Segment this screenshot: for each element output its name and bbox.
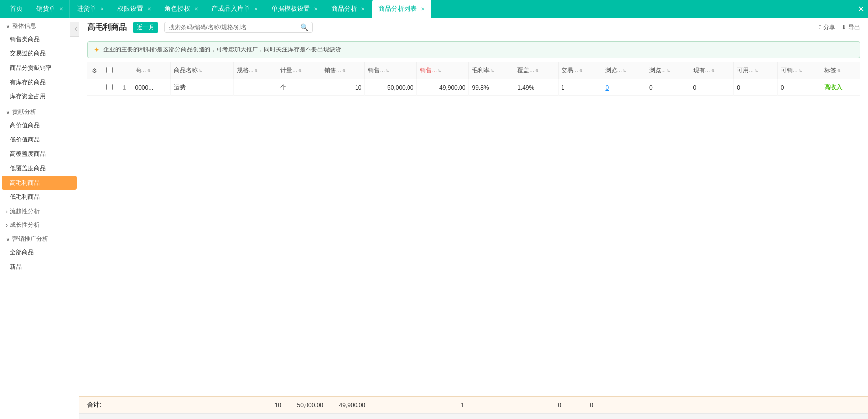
col-trade[interactable]: 交易...⇅ [558,62,602,79]
col-tag[interactable]: 标签⇅ [821,62,860,79]
col-browse1[interactable]: 浏览...⇅ [602,62,646,79]
search-input[interactable] [169,24,300,31]
close-icon[interactable]: ✕ [254,6,258,12]
info-icon: ✦ [94,46,100,54]
col-cover[interactable]: 覆盖...⇅ [514,62,559,79]
tab-role-auth[interactable]: 角色授权 ✕ [158,0,204,18]
chevron-down-icon: ∨ [6,236,10,243]
sidebar-group-growth[interactable]: › 成长性分析 [0,218,79,231]
cell-unit: 个 [277,79,321,96]
tab-permissions[interactable]: 权限设置 ✕ [111,0,157,18]
tab-product-analysis[interactable]: 商品分析 ✕ [325,0,371,18]
cell-sales-profit: 49,900.00 [417,79,469,96]
col-browse2[interactable]: 浏览...⇅ [646,62,690,79]
col-name[interactable]: 商品名称⇅ [171,62,234,79]
close-icon[interactable]: ✕ [314,6,318,12]
tab-template-settings[interactable]: 单据模板设置 ✕ [265,0,324,18]
sidebar-item-all-goods[interactable]: 全部商品 [0,245,79,260]
close-icon[interactable]: ✕ [59,6,63,12]
tab-sales-order[interactable]: 销货单 ✕ [30,0,70,18]
tab-product-warehouse[interactable]: 产成品入库单 ✕ [205,0,264,18]
sidebar-item-sales-goods[interactable]: 销售类商品 [0,32,79,47]
col-sales-profit[interactable]: 销售...⇅ [417,62,469,79]
sidebar-item-new-goods[interactable]: 新品 [0,260,79,274]
close-all-tabs-icon[interactable]: ✕ [858,4,864,14]
footer-empty10 [596,402,628,409]
main-layout: 《 ∨ 整体信息 销售类商品 交易过的商品 商品分贡献销率 有库存的商品 库存资… [0,18,868,419]
sidebar-item-goods-contribution[interactable]: 商品分贡献销率 [0,61,79,75]
close-icon[interactable]: ✕ [100,6,104,12]
col-settings[interactable]: ⚙ [87,62,102,79]
close-icon[interactable]: ✕ [421,6,425,12]
close-icon[interactable]: ✕ [194,6,198,12]
top-nav: 首页 销货单 ✕ 进货单 ✕ 权限设置 ✕ 角色授权 ✕ 产成品入库单 ✕ 单据… [0,0,868,18]
sidebar-item-low-value[interactable]: 低价值商品 [0,133,79,147]
col-available-stock[interactable]: 可用...⇅ [734,62,778,79]
bottom-scrollbar[interactable] [79,413,868,419]
sidebar-group-overall[interactable]: ∨ 整体信息 [0,18,79,32]
col-gross-rate[interactable]: 毛利率⇅ [469,62,514,79]
sidebar-item-stock-fund[interactable]: 库存资金占用 [0,90,79,104]
tab-home[interactable]: 首页 [4,0,29,18]
footer-empty9 [500,402,532,409]
tab-purchase-order[interactable]: 进货单 ✕ [71,0,110,18]
sidebar-group-contribution[interactable]: ∨ 贡献分析 [0,104,79,118]
chevron-down-icon: ∨ [6,23,10,30]
cell-cover: 1.49% [514,79,559,96]
footer-available-stock: 0 [564,402,596,409]
time-filter-button[interactable]: 近一月 [133,22,158,33]
select-all-checkbox[interactable] [106,67,113,73]
search-icon[interactable]: 🔍 [300,23,308,31]
data-table: ⚙ 商...⇅ 商品名称⇅ 规格...⇅ 计量...⇅ 销售...⇅ 销售...… [87,62,860,96]
cell-available-stock: 0 [734,79,778,96]
sidebar-collapse-button[interactable]: 《 [70,22,79,37]
sidebar-group-marketing[interactable]: ∨ 营销推广分析 [0,231,79,245]
footer-empty8 [467,402,500,409]
cell-browse1[interactable]: 0 [602,79,646,96]
close-icon[interactable]: ✕ [147,6,151,12]
footer-empty5 [215,402,250,409]
footer-empty4 [175,402,215,409]
cell-gross-rate: 99.8% [469,79,514,96]
footer-values: 10 50,000.00 49,900.00 1 0 0 [111,402,860,409]
search-box: 🔍 [164,22,313,33]
col-spec[interactable]: 规格...⇅ [233,62,277,79]
sidebar-item-stock-goods[interactable]: 有库存的商品 [0,75,79,90]
table-row: 1 0000... 运费 个 10 50,000.00 49,900.00 99… [87,79,860,96]
close-icon[interactable]: ✕ [361,6,365,12]
col-saleable-stock[interactable]: 可销...⇅ [777,62,821,79]
export-button[interactable]: ⬇ 导出 [841,23,860,32]
chevron-right-icon: › [6,208,8,215]
footer-trade: 1 [435,402,467,409]
footer-sales-profit: 49,900.00 [326,402,368,409]
footer-sales-amount: 50,000.00 [284,402,326,409]
cell-sales-qty: 10 [321,79,365,96]
footer-empty2 [126,402,141,409]
sidebar-item-high-coverage[interactable]: 高覆盖度商品 [0,147,79,161]
sidebar-item-traded-goods[interactable]: 交易过的商品 [0,47,79,61]
col-code[interactable]: 商...⇅ [132,62,171,79]
table-header-row: ⚙ 商...⇅ 商品名称⇅ 规格...⇅ 计量...⇅ 销售...⇅ 销售...… [87,62,860,79]
sidebar-group-trend[interactable]: › 流趋性分析 [0,204,79,218]
sidebar: 《 ∨ 整体信息 销售类商品 交易过的商品 商品分贡献销率 有库存的商品 库存资… [0,18,79,419]
footer-empty1 [111,402,126,409]
cell-trade: 1 [558,79,602,96]
share-button[interactable]: ⤴ 分享 [818,23,835,32]
chevron-down-icon: ∨ [6,109,10,116]
cell-name: 运费 [171,79,234,96]
tab-product-analysis-list[interactable]: 商品分析列表 ✕ [372,0,431,18]
sidebar-item-low-margin[interactable]: 低毛利商品 [0,190,79,204]
row-checkbox[interactable] [106,84,113,90]
page-title: 高毛利商品 [87,22,127,33]
col-sales-amount[interactable]: 销售...⇅ [365,62,417,79]
sidebar-item-low-coverage[interactable]: 低覆盖度商品 [0,161,79,176]
col-checkbox[interactable] [102,62,117,79]
col-current-stock[interactable]: 现有...⇅ [690,62,734,79]
cell-checkbox[interactable] [102,79,117,96]
col-unit[interactable]: 计量...⇅ [277,62,321,79]
share-icon: ⤴ [818,24,821,31]
col-sales-qty[interactable]: 销售...⇅ [321,62,365,79]
sidebar-item-high-value[interactable]: 高价值商品 [0,118,79,133]
sidebar-item-high-margin[interactable]: 高毛利商品 [2,176,77,190]
cell-current-stock: 0 [690,79,734,96]
